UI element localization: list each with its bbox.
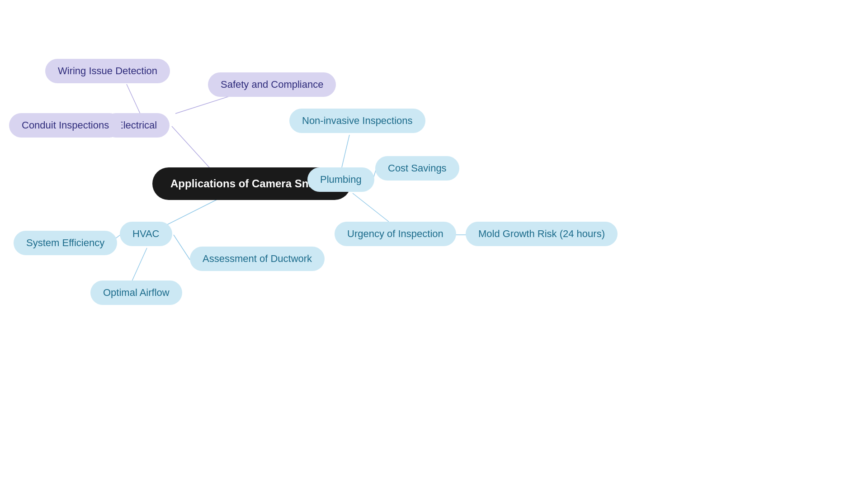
- non-invasive-node: Non-invasive Inspections: [289, 109, 425, 133]
- assessment-node: Assessment of Ductwork: [190, 247, 325, 271]
- svg-line-9: [353, 193, 389, 222]
- svg-line-13: [132, 248, 147, 281]
- urgency-node: Urgency of Inspection: [335, 222, 456, 246]
- optimal-airflow-node: Optimal Airflow: [90, 281, 182, 305]
- conduit-node: Conduit Inspections: [9, 113, 122, 138]
- mold-growth-node: Mold Growth Risk (24 hours): [466, 222, 618, 246]
- wiring-issue-node: Wiring Issue Detection: [45, 59, 170, 83]
- plumbing-node: Plumbing: [307, 167, 374, 192]
- hvac-node: HVAC: [120, 222, 172, 246]
- svg-line-12: [174, 235, 190, 260]
- svg-line-3: [127, 84, 140, 114]
- cost-savings-node: Cost Savings: [375, 156, 459, 181]
- svg-line-7: [342, 135, 349, 167]
- safety-node: Safety and Compliance: [208, 72, 336, 97]
- system-efficiency-node: System Efficiency: [14, 231, 117, 255]
